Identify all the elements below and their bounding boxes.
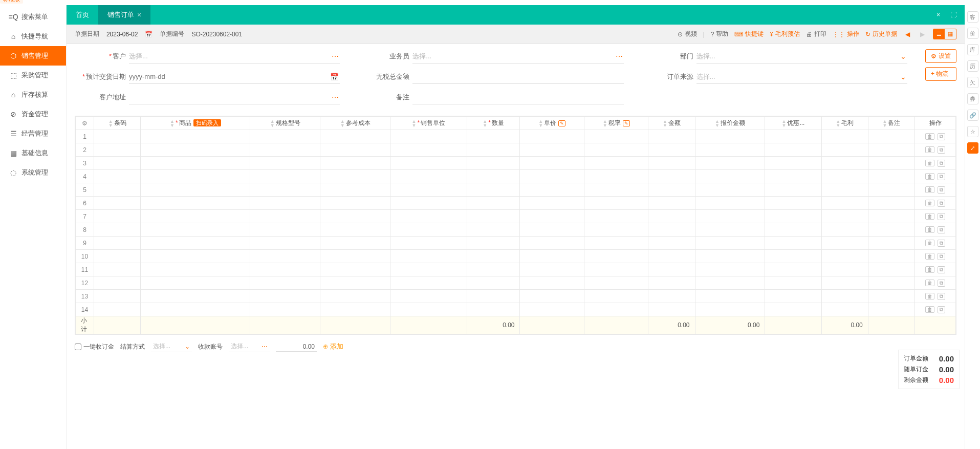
fullscreen-button[interactable]: ⛶	[946, 8, 961, 22]
sidebar-item-funds[interactable]: ⊘ 资金管理	[0, 104, 66, 124]
delete-row-icon[interactable]: 🗑	[925, 280, 934, 286]
col-product[interactable]: ▲▼*商品扫码录入	[141, 117, 250, 130]
table-row[interactable]: 6🗑⧉	[76, 197, 956, 210]
delete-row-icon[interactable]: 🗑	[925, 133, 934, 140]
table-row[interactable]: 8🗑⧉	[76, 223, 956, 237]
copy-row-icon[interactable]: ⧉	[938, 173, 945, 180]
more-icon[interactable]: ⋯	[332, 93, 339, 101]
print-button[interactable]: 🖨 打印	[806, 30, 826, 38]
rightbar-customer-button[interactable]: 客	[967, 11, 978, 23]
delete-row-icon[interactable]: 🗑	[925, 173, 934, 180]
collect-account-select[interactable]: 选择...⋯	[229, 341, 270, 352]
table-row[interactable]: 13🗑⧉	[76, 290, 956, 303]
delete-row-icon[interactable]: 🗑	[925, 160, 934, 166]
sidebar-item-basic-info[interactable]: ▦ 基础信息	[0, 143, 66, 163]
col-barcode[interactable]: ▲▼条码	[94, 117, 141, 130]
table-row[interactable]: 9🗑⧉	[76, 237, 956, 250]
delete-row-icon[interactable]: 🗑	[925, 293, 934, 300]
copy-row-icon[interactable]: ⧉	[938, 253, 945, 260]
remark-input[interactable]	[412, 90, 623, 104]
copy-row-icon[interactable]: ⧉	[938, 160, 945, 167]
more-icon[interactable]: ⋯	[616, 52, 623, 60]
due-date-input[interactable]: 📅	[129, 70, 340, 84]
copy-row-icon[interactable]: ⧉	[938, 146, 945, 154]
tab-sales-order[interactable]: 销售订单 ×	[98, 5, 150, 25]
table-row[interactable]: 10🗑⧉	[76, 250, 956, 263]
table-row[interactable]: 3🗑⧉	[76, 157, 956, 170]
col-remark[interactable]: ▲▼备注	[868, 117, 914, 130]
payment-amount-input[interactable]: 0.00	[276, 342, 317, 352]
rightbar-debt-button[interactable]: 欠	[967, 77, 978, 88]
col-spec[interactable]: ▲▼规格型号	[250, 117, 320, 130]
more-icon[interactable]: ⋯	[332, 52, 339, 60]
sidebar-item-inventory[interactable]: ⌂ 库存核算	[0, 85, 66, 104]
tab-home[interactable]: 首页	[67, 5, 98, 25]
delete-row-icon[interactable]: 🗑	[925, 213, 934, 220]
col-qty[interactable]: ▲▼*数量	[467, 117, 520, 130]
sidebar-item-business[interactable]: ☰ 经营管理	[0, 124, 66, 143]
delete-row-icon[interactable]: 🗑	[925, 266, 934, 273]
rightbar-star-button[interactable]: ☆	[967, 126, 978, 137]
col-amount[interactable]: ▲▼金额	[648, 117, 695, 130]
delete-row-icon[interactable]: 🗑	[925, 306, 934, 313]
operate-button[interactable]: ⋮⋮ 操作	[833, 30, 859, 38]
view-list-button[interactable]: ☰	[933, 29, 945, 39]
col-discount[interactable]: ▲▼优惠...	[765, 117, 821, 130]
video-button[interactable]: ⊙ 视频	[678, 30, 697, 38]
copy-row-icon[interactable]: ⧉	[938, 293, 945, 300]
shortcut-button[interactable]: ⌨ 快捷键	[734, 30, 764, 38]
sidebar-item-sales[interactable]: ⬡ 销售管理	[0, 46, 66, 66]
table-row[interactable]: 7🗑⧉	[76, 210, 956, 223]
sidebar-item-purchase[interactable]: ⬚ 采购管理	[0, 66, 66, 85]
delete-row-icon[interactable]: 🗑	[925, 240, 934, 246]
rightbar-stock-button[interactable]: 库	[967, 44, 978, 55]
table-row[interactable]: 14🗑⧉	[76, 303, 956, 316]
copy-row-icon[interactable]: ⧉	[938, 200, 945, 207]
delete-row-icon[interactable]: 🗑	[925, 146, 934, 153]
table-row[interactable]: 2🗑⧉	[76, 143, 956, 157]
help-button[interactable]: ? 帮助	[711, 30, 729, 38]
order-source-select[interactable]: 选择... ⌄	[696, 70, 907, 84]
calendar-icon[interactable]: 📅	[330, 73, 339, 81]
scan-badge[interactable]: 扫码录入	[193, 119, 221, 126]
copy-row-icon[interactable]: ⧉	[938, 240, 945, 247]
copy-row-icon[interactable]: ⧉	[938, 213, 945, 220]
copy-row-icon[interactable]: ⧉	[938, 133, 945, 140]
delete-row-icon[interactable]: 🗑	[925, 226, 934, 233]
sidebar-item-search-menu[interactable]: ≡Q 搜索菜单	[0, 7, 66, 27]
rightbar-coupon-button[interactable]: 券	[967, 93, 978, 104]
sidebar-item-system[interactable]: ◌ 系统管理	[0, 163, 66, 182]
table-row[interactable]: 12🗑⧉	[76, 276, 956, 290]
copy-row-icon[interactable]: ⧉	[938, 186, 945, 194]
copy-row-icon[interactable]: ⧉	[938, 226, 945, 233]
col-unit[interactable]: ▲▼*销售单位	[390, 117, 467, 130]
rightbar-history-button[interactable]: 历	[967, 60, 978, 72]
calendar-icon[interactable]: 📅	[145, 31, 153, 38]
copy-row-icon[interactable]: ⧉	[938, 280, 945, 287]
delete-row-icon[interactable]: 🗑	[925, 200, 934, 206]
next-doc-button[interactable]: ▶	[918, 31, 927, 38]
department-select[interactable]: 选择... ⌄	[696, 49, 907, 63]
settle-method-select[interactable]: 选择...⌄	[151, 341, 192, 352]
history-button[interactable]: ↻ 历史单据	[865, 30, 897, 38]
tab-close-all-button[interactable]: ×	[932, 8, 944, 22]
column-settings-button[interactable]: ⚙	[76, 117, 94, 130]
delete-row-icon[interactable]: 🗑	[925, 186, 934, 193]
col-gross[interactable]: ▲▼毛利	[821, 117, 868, 130]
table-row[interactable]: 11🗑⧉	[76, 263, 956, 276]
salesman-select[interactable]: 选择... ⋯	[412, 49, 623, 63]
table-row[interactable]: 1🗑⧉	[76, 130, 956, 143]
edit-icon[interactable]: ✎	[623, 120, 630, 126]
table-row[interactable]: 5🗑⧉	[76, 183, 956, 197]
add-payment-button[interactable]: ⊕ 添加	[323, 342, 343, 351]
copy-row-icon[interactable]: ⧉	[938, 306, 945, 313]
doc-date-value[interactable]: 2023-06-02	[106, 31, 138, 38]
settings-button[interactable]: ⚙ 设置	[925, 49, 956, 63]
chevron-down-icon[interactable]: ⌄	[900, 52, 906, 60]
rightbar-expand-button[interactable]: ⤢	[967, 142, 978, 154]
sidebar-item-quick-nav[interactable]: ⌂ 快捷导航	[0, 27, 66, 46]
col-quote-amount[interactable]: ▲▼报价金额	[695, 117, 765, 130]
customer-select[interactable]: 选择... ⋯	[129, 49, 340, 63]
col-price[interactable]: ▲▼单价✎	[520, 117, 584, 130]
gross-estimate-button[interactable]: ¥ 毛利预估	[770, 30, 800, 38]
